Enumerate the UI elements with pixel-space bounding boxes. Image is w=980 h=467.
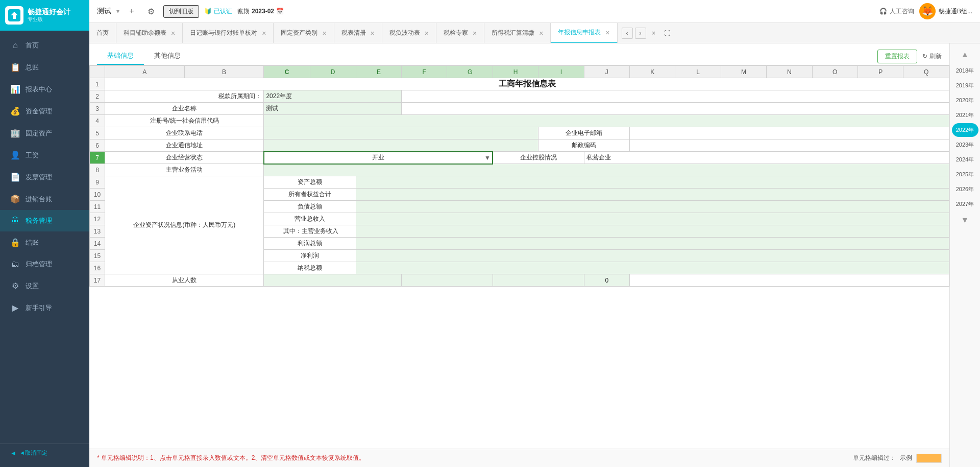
tab-journal-bank[interactable]: 日记账与银行对账单核对 × (183, 23, 274, 43)
tab-annual-report-close[interactable]: × (605, 29, 609, 37)
cell-17-employee-label[interactable]: 从业人数 (105, 274, 264, 287)
year-2019[interactable]: 2019年 (952, 79, 978, 92)
topbar-add-btn[interactable]: + (125, 4, 139, 18)
cell-9-asset-label[interactable]: 资产总额 (264, 176, 356, 189)
col-I[interactable]: I (538, 66, 584, 78)
cell-6-postal[interactable] (630, 139, 949, 152)
sidebar-item-funds[interactable]: 💰 资金管理 (0, 100, 89, 122)
cell-13-main-revenue-label[interactable]: 其中：主营业务收入 (264, 225, 356, 238)
cell-15-net-profit-value[interactable] (356, 250, 949, 262)
cell-10-equity-label[interactable]: 所有者权益合计 (264, 189, 356, 201)
year-2020[interactable]: 2020年 (952, 94, 978, 107)
topbar-service-btn[interactable]: 🎧 人工咨询 (879, 7, 914, 16)
col-L[interactable]: L (675, 66, 721, 78)
col-B[interactable]: B (184, 66, 264, 78)
cell-9-asset-value[interactable] (356, 176, 949, 189)
cell-17-val1[interactable] (264, 274, 402, 287)
cell-11-debt-label[interactable]: 负债总额 (264, 201, 356, 213)
cell-2-empty[interactable] (402, 90, 949, 103)
cell-17-empty[interactable] (630, 274, 949, 287)
topbar-dropdown-arrow[interactable]: ▾ (116, 8, 119, 15)
sidebar-collapse-btn[interactable]: ◄ ◄取消固定 (0, 443, 89, 462)
cell-5-email[interactable] (630, 127, 949, 139)
year-2021[interactable]: 2021年 (952, 108, 978, 122)
tab-tax-schedule-close[interactable]: × (371, 29, 375, 37)
cell-14-profit-value[interactable] (356, 238, 949, 250)
topbar-settings-btn[interactable]: ⚙ (144, 4, 158, 18)
cell-5-email-label[interactable]: 企业电子邮箱 (538, 127, 630, 139)
col-O[interactable]: O (812, 66, 857, 78)
year-2024[interactable]: 2024年 (952, 153, 978, 167)
cell-7-holding-value[interactable]: 私营企业 (584, 152, 949, 164)
tab-close-all-btn[interactable]: × (648, 28, 659, 39)
col-M[interactable]: M (721, 66, 766, 78)
spreadsheet-container[interactable]: A B C D E F G H I J K L (89, 65, 949, 449)
sidebar-item-close[interactable]: 🔒 结账 (0, 231, 89, 253)
col-P[interactable]: P (857, 66, 903, 78)
cell-5-phone[interactable] (264, 127, 538, 139)
col-K[interactable]: K (630, 66, 675, 78)
col-C[interactable]: C (264, 66, 310, 78)
tab-income-tax[interactable]: 所得税汇算清缴 × (484, 23, 551, 43)
col-A[interactable]: A (105, 66, 185, 78)
tab-aux-balance-close[interactable]: × (171, 29, 175, 37)
cell-4-label[interactable]: 注册号/统一社会信用代码 (105, 115, 264, 127)
year-2027[interactable]: 2027年 (952, 197, 978, 211)
sidebar-item-assets[interactable]: 🏢 固定资产 (0, 122, 89, 144)
cell-7-status[interactable]: 开业 ▼ (264, 152, 493, 164)
sidebar-item-guide[interactable]: ▶ 新手引导 (0, 297, 89, 319)
year-2026[interactable]: 2026年 (952, 182, 978, 196)
tab-home[interactable]: 首页 (89, 23, 116, 43)
sidebar-item-invoice[interactable]: 📄 发票管理 (0, 166, 89, 188)
cell-10-equity-value[interactable] (356, 189, 949, 201)
year-2018[interactable]: 2018年 (952, 64, 978, 78)
cell-16-tax-label[interactable]: 纳税总额 (264, 262, 356, 274)
cell-6-addr[interactable] (264, 139, 538, 152)
cell-15-net-profit-label[interactable]: 净利润 (264, 250, 356, 262)
tab-aux-balance[interactable]: 科目辅助余额表 × (116, 23, 183, 43)
sub-tab-other[interactable]: 其他信息 (144, 48, 191, 65)
cell-3-value[interactable]: 测试 (264, 103, 402, 115)
year-2022[interactable]: 2022年 (952, 123, 978, 137)
tab-prev-btn[interactable]: ‹ (622, 28, 633, 39)
cell-6-label[interactable]: 企业通信地址 (105, 139, 264, 152)
cell-12-revenue-label[interactable]: 营业总收入 (264, 213, 356, 225)
cell-17-val3[interactable] (493, 274, 584, 287)
sidebar-item-tax[interactable]: 🏛 税务管理 (0, 210, 89, 231)
tab-tax-burden[interactable]: 税负波动表 × (382, 23, 436, 43)
year-up-btn[interactable]: ▲ (958, 48, 972, 62)
cell-2-value[interactable]: 2022年度 (264, 90, 402, 103)
year-2025[interactable]: 2025年 (952, 168, 978, 181)
sidebar-item-home[interactable]: ⌂ 首页 (0, 35, 89, 56)
col-Q[interactable]: Q (903, 66, 949, 78)
tab-journal-bank-close[interactable]: × (262, 29, 266, 37)
tab-tax-schedule[interactable]: 税表清册 × (334, 23, 382, 43)
sidebar-item-archive[interactable]: 🗂 归档管理 (0, 253, 89, 275)
cell-7-label[interactable]: 企业经营状态 (105, 152, 264, 164)
year-2023[interactable]: 2023年 (952, 138, 978, 152)
tab-fixed-assets-cat[interactable]: 固定资产类别 × (274, 23, 334, 43)
cell-14-profit-label[interactable]: 利润总额 (264, 238, 356, 250)
cell-6-postal-label[interactable]: 邮政编码 (538, 139, 630, 152)
cell-2-label[interactable]: 税款所属期间： (105, 90, 264, 103)
cell-11-debt-value[interactable] (356, 201, 949, 213)
col-G[interactable]: G (447, 66, 493, 78)
tab-expand-btn[interactable]: ⛶ (662, 28, 673, 39)
tab-tax-expert[interactable]: 税检专家 × (436, 23, 484, 43)
sidebar-item-ledger[interactable]: 📋 总账 (0, 56, 89, 78)
cell-3-label[interactable]: 企业名称 (105, 103, 264, 115)
cell-8-label[interactable]: 主营业务活动 (105, 164, 264, 176)
sidebar-item-stock[interactable]: 📦 进销台账 (0, 188, 89, 210)
calendar-icon[interactable]: 📅 (276, 8, 284, 15)
cell-3-empty[interactable] (402, 103, 949, 115)
tab-tax-burden-close[interactable]: × (425, 29, 429, 37)
cell-4-value[interactable] (264, 115, 949, 127)
sheet-title[interactable]: 工商年报信息表 (105, 78, 949, 90)
col-D[interactable]: D (310, 66, 356, 78)
sidebar-item-report[interactable]: 📊 报表中心 (0, 78, 89, 100)
col-J[interactable]: J (584, 66, 629, 78)
sidebar-item-settings[interactable]: ⚙ 设置 (0, 275, 89, 297)
cell-12-revenue-value[interactable] (356, 213, 949, 225)
year-down-btn[interactable]: ▼ (958, 213, 972, 227)
sub-tab-basic[interactable]: 基础信息 (97, 48, 144, 65)
